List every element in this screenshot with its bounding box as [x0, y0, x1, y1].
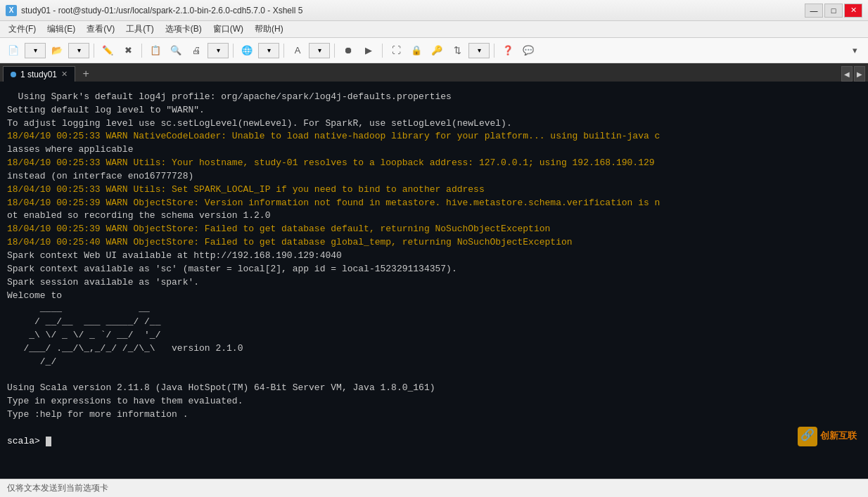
open-dropdown[interactable]: ▾: [68, 43, 89, 58]
print-dropdown[interactable]: ▾: [208, 43, 229, 58]
record-button[interactable]: ⏺: [339, 41, 357, 60]
key-button[interactable]: 🔑: [428, 41, 446, 60]
toolbar-sep-3: [233, 44, 234, 58]
terminal-line-5: lasses where applicable: [7, 144, 133, 155]
lock-button[interactable]: 🔒: [407, 41, 426, 60]
terminal-line-15: Spark session available as 'spark'.: [7, 277, 199, 288]
watermark-text: 创新互联: [820, 430, 857, 444]
tab-label: 1 study01: [20, 70, 57, 79]
globe-button[interactable]: 🌐: [238, 41, 256, 60]
terminal-line-2: Setting default log level to "WARN".: [7, 105, 205, 115]
help-button[interactable]: ❓: [499, 41, 517, 60]
terminal-line-10: ot enabled so recording the schema versi…: [7, 210, 270, 221]
watermark: 🔗 创新互联: [798, 427, 857, 446]
globe-dropdown[interactable]: ▾: [258, 43, 279, 58]
menu-file[interactable]: 文件(F): [3, 22, 42, 37]
new-session-button[interactable]: 📄: [4, 41, 23, 60]
terminal-tab-1[interactable]: 1 study01 ✕: [3, 66, 75, 82]
menu-edit[interactable]: 编辑(E): [42, 22, 81, 37]
terminal-line-18: Type in expressions to have them evaluat…: [7, 396, 243, 406]
toolbar: 📄 ▾ 📂 ▾ ✏️ ✖ 📋 🔍 🖨 ▾ 🌐 ▾ A ▾ ⏺ ▶ ⛶ 🔒 🔑 ⇅…: [0, 38, 868, 63]
window-title: study01 - root@study-01:/usr/local/spark…: [21, 6, 805, 15]
close-button[interactable]: ✕: [844, 4, 862, 18]
title-bar: X study01 - root@study-01:/usr/local/spa…: [0, 0, 868, 21]
window-controls: — □ ✕: [805, 4, 862, 18]
toolbar-more-button[interactable]: ▾: [845, 41, 864, 60]
print-button[interactable]: 🖨: [187, 41, 205, 60]
menu-bar: 文件(F) 编辑(E) 查看(V) 工具(T) 选项卡(B) 窗口(W) 帮助(…: [0, 21, 868, 38]
fullscreen-button[interactable]: ⛶: [387, 41, 405, 60]
terminal-line-16: Welcome to: [7, 290, 62, 301]
status-bar: 仅将文本发送到当前选项卡: [0, 479, 868, 497]
terminal-prompt: scala>: [7, 436, 46, 446]
menu-help[interactable]: 帮助(H): [249, 22, 289, 37]
status-text: 仅将文本发送到当前选项卡: [7, 482, 108, 494]
terminal-line-6: 18/04/10 00:25:33 WARN Utils: Your hostn…: [7, 157, 655, 168]
terminal-line-14: Spark context available as 'sc' (master …: [7, 264, 457, 274]
terminal-line-19: Type :help for more information .: [7, 409, 188, 420]
compose-btn2[interactable]: ✖: [119, 41, 137, 60]
menu-tabs[interactable]: 选项卡(B): [160, 22, 208, 37]
tab-bar: 1 study01 ✕ + ◀ ▶: [0, 63, 868, 82]
terminal-line-4: 18/04/10 00:25:33 WARN NativeCodeLoader:…: [7, 131, 660, 141]
open-button[interactable]: 📂: [48, 41, 66, 60]
menu-window[interactable]: 窗口(W): [208, 22, 249, 37]
toolbar-sep-5: [334, 44, 335, 58]
terminal-output[interactable]: Using Spark's default log4j profile: org…: [0, 82, 868, 479]
terminal-line-17: Using Scala version 2.11.8 (Java HotSpot…: [7, 382, 435, 393]
app-icon: X: [6, 5, 17, 16]
toolbar-sep-7: [494, 44, 494, 58]
playback-button[interactable]: ▶: [359, 41, 378, 60]
new-tab-button[interactable]: +: [78, 66, 94, 82]
chat-button[interactable]: 💬: [519, 41, 537, 60]
watermark-icon: 🔗: [798, 427, 817, 446]
menu-tools[interactable]: 工具(T): [120, 22, 159, 37]
tab-nav-right[interactable]: ▶: [854, 66, 865, 82]
terminal-line-1: Using Spark's default log4j profile: org…: [18, 91, 452, 102]
toolbar-sep-6: [382, 44, 383, 58]
toolbar-sep-4: [283, 44, 284, 58]
toolbar-sep-2: [141, 44, 142, 58]
terminal-line-7: instead (on interface eno16777728): [7, 171, 193, 181]
search-button[interactable]: 🔍: [167, 41, 185, 60]
font-button[interactable]: A: [288, 41, 307, 60]
menu-view[interactable]: 查看(V): [81, 22, 120, 37]
transfer-button[interactable]: ⇅: [448, 41, 466, 60]
terminal-line-8: 18/04/10 00:25:33 WARN Utils: Set SPARK_…: [7, 184, 485, 195]
compose-button[interactable]: ✏️: [98, 41, 117, 60]
minimize-button[interactable]: —: [805, 4, 823, 18]
tab-status-dot: [11, 72, 16, 77]
copy-button[interactable]: 📋: [146, 41, 165, 60]
transfer-dropdown[interactable]: ▾: [468, 43, 490, 58]
terminal-line-9: 18/04/10 00:25:39 WARN ObjectStore: Vers…: [7, 198, 660, 208]
font-dropdown[interactable]: ▾: [309, 43, 330, 58]
maximize-button[interactable]: □: [824, 4, 843, 18]
tab-nav: ◀ ▶: [841, 66, 865, 82]
terminal-line-3: To adjust logging level use sc.setLogLev…: [7, 118, 512, 129]
terminal-line-12: 18/04/10 00:25:40 WARN ObjectStore: Fail…: [7, 237, 573, 247]
tab-nav-left[interactable]: ◀: [841, 66, 853, 82]
terminal-cursor: [46, 437, 51, 446]
toolbar-sep-1: [94, 44, 94, 58]
new-session-dropdown[interactable]: ▾: [25, 43, 46, 58]
terminal-line-11: 18/04/10 00:25:39 WARN ObjectStore: Fail…: [7, 224, 550, 234]
terminal-spark-art: ____ __ / __/__ ___ _____/ /__ _\ \/ _ \…: [7, 303, 243, 366]
terminal-line-13: Spark context Web UI available at http:/…: [7, 250, 342, 261]
tab-close-button[interactable]: ✕: [61, 70, 68, 79]
